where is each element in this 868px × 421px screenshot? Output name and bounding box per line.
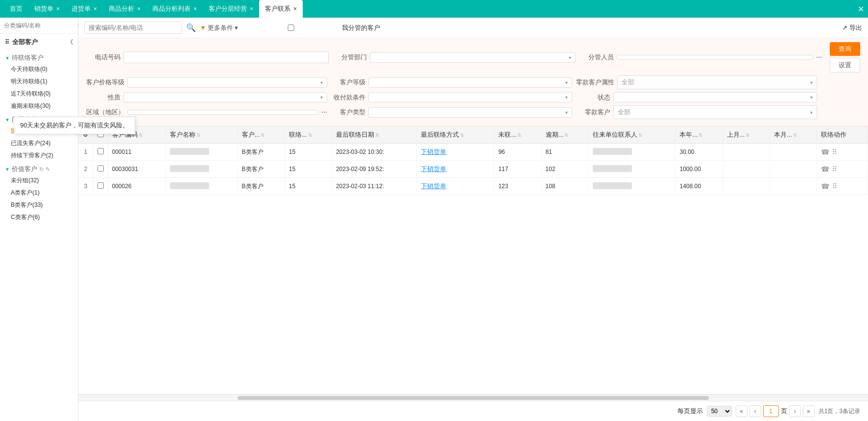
th-last-contact-method[interactable]: 最后联络方式⇅ (417, 126, 494, 144)
sidebar-item[interactable]: 逾期未联络(30) (0, 100, 78, 112)
td-checkbox[interactable] (93, 178, 108, 195)
contact-method-link[interactable]: 下销货单 (421, 165, 446, 173)
td-last-contact-method[interactable]: 下销货单 (417, 161, 494, 178)
horizontal-scrollbar[interactable] (78, 394, 868, 401)
sidebar-item[interactable]: 已流失客户(24) (0, 137, 78, 149)
filter-icon: ▼ (200, 24, 206, 31)
sidebar-item[interactable]: 今天待联络(0) (0, 63, 78, 75)
contact-action-icon[interactable]: ☎ (821, 165, 829, 173)
td-last-contact-method[interactable]: 下销货单 (417, 144, 494, 161)
th-this-year[interactable]: 本年...⇅ (675, 126, 723, 144)
query-button[interactable]: 查询 (830, 42, 860, 56)
edit-icon[interactable]: ✎ (46, 166, 50, 173)
zero-customer-select[interactable]: 全部 ▾ (613, 105, 817, 119)
current-page-input[interactable] (763, 405, 779, 417)
sidebar-item[interactable]: 持续下滑客户(2) (0, 149, 78, 162)
phone-input[interactable] (123, 51, 329, 63)
th-last-month[interactable]: 上月...⇅ (723, 126, 770, 144)
customer-level-select[interactable]: ▾ (368, 77, 572, 88)
sidebar-search-input[interactable] (4, 22, 77, 29)
sidebar-group-价值客户[interactable]: ▼价值客户↻✎ (0, 162, 78, 174)
sidebar-item[interactable]: 近7天待联络(0) (0, 88, 78, 100)
sidebar-item[interactable]: A类客户(1) (0, 187, 78, 199)
th-customer-name[interactable]: 客户名称⇅ (166, 126, 238, 144)
region-select[interactable] (127, 110, 318, 115)
manager-select[interactable] (617, 55, 814, 60)
my-customers-checkbox[interactable]: 我分管的客户 (242, 24, 380, 32)
export-button[interactable]: ↗ 导出 (842, 24, 862, 32)
status-select[interactable]: ▾ (613, 92, 817, 102)
last-page-button[interactable]: » (803, 405, 815, 417)
sidebar-item[interactable]: 明天待联络(1) (0, 75, 78, 88)
prev-page-button[interactable]: ‹ (749, 405, 761, 417)
export-label: 导出 (849, 24, 862, 32)
more-conditions-button[interactable]: ▼ 更多条件 ▾ (200, 24, 238, 32)
sidebar-search-bar[interactable]: 🔍 (0, 18, 78, 34)
row-checkbox[interactable] (97, 182, 104, 189)
nav-tab-客户联系[interactable]: 客户联系× (259, 0, 303, 18)
customer-type-select[interactable]: ▾ (368, 107, 572, 118)
sidebar-item[interactable]: 未分组(32) (0, 174, 78, 187)
th-this-year-label: 本年... (679, 131, 698, 138)
nav-tab-商品分析列表[interactable]: 商品分析列表× (146, 0, 203, 18)
row-checkbox[interactable] (97, 148, 104, 154)
more-action-icon[interactable]: ⠿ (832, 148, 837, 156)
row-checkbox[interactable] (97, 165, 104, 172)
close-tab-icon[interactable]: × (293, 5, 297, 12)
next-page-button[interactable]: › (789, 405, 801, 417)
close-tab-icon[interactable]: × (94, 5, 97, 12)
unit-contact-blurred (593, 182, 632, 189)
dept-select[interactable]: ▾ (370, 52, 575, 63)
close-tab-icon[interactable]: × (56, 5, 60, 12)
nav-home[interactable]: 首页 (4, 4, 28, 13)
tooltip-box: 90天未交易的客户，可能有流失风险。 (14, 117, 135, 134)
gender-select[interactable]: ▾ (123, 92, 327, 102)
th-overdue[interactable]: 逾期...⇅ (541, 126, 588, 144)
contact-method-link[interactable]: 下销货单 (421, 182, 446, 190)
payment-label: 收付款条件 (331, 93, 365, 102)
th-customer-type[interactable]: 客户...⇅ (238, 126, 285, 144)
per-page-select[interactable]: 50 20 100 (707, 406, 732, 417)
more-action-icon[interactable]: ⠿ (832, 182, 837, 190)
sidebar-group-待联络客户[interactable]: ▼待联络客户 (0, 50, 78, 63)
sidebar-item[interactable]: C类客户(6) (0, 211, 78, 223)
td-last-contact-method[interactable]: 下销货单 (417, 178, 494, 195)
close-tab-icon[interactable]: × (250, 5, 253, 12)
td-checkbox[interactable] (93, 161, 108, 178)
zero-attr-select[interactable]: 全部 ▾ (617, 75, 817, 89)
settings-button[interactable]: 设置 (830, 58, 860, 73)
nav-tab-销货单[interactable]: 销货单× (28, 0, 66, 18)
status-chevron-icon: ▾ (810, 95, 813, 100)
close-all-icon[interactable]: ✕ (858, 4, 864, 14)
sidebar-item[interactable]: B类客户(33) (0, 199, 78, 211)
first-page-button[interactable]: « (736, 405, 747, 417)
nav-tab-商品分析[interactable]: 商品分析× (103, 0, 146, 18)
th-unit-contact[interactable]: 往来单位联系人⇅ (588, 126, 675, 144)
search-button[interactable]: 🔍 (186, 23, 196, 32)
td-no-contact: 123 (494, 178, 541, 195)
price-level-select[interactable]: ▾ (127, 77, 327, 88)
td-code: 00030031 (108, 161, 166, 178)
region-more-icon[interactable]: ··· (321, 108, 327, 116)
sort-icon-date: ⇅ (375, 132, 379, 138)
contact-action-icon[interactable]: ☎ (821, 148, 829, 156)
all-customers-item[interactable]: ⠿ 全部客户 《 (0, 34, 78, 50)
my-customers-check[interactable] (242, 25, 340, 31)
th-contact[interactable]: 联络...⇅ (285, 126, 332, 144)
close-tab-icon[interactable]: × (137, 5, 141, 12)
filter-more-icon[interactable]: ··· (816, 53, 822, 61)
contact-action-icon[interactable]: ☎ (821, 182, 829, 190)
contact-method-link[interactable]: 下销货单 (421, 148, 446, 155)
th-last-contact-date[interactable]: 最后联络日期⇅ (332, 126, 416, 144)
close-tab-icon[interactable]: × (193, 5, 197, 12)
td-checkbox[interactable] (93, 144, 108, 161)
more-action-icon[interactable]: ⠿ (832, 165, 837, 173)
th-no-contact[interactable]: 未联...⇅ (494, 126, 541, 144)
refresh-icon[interactable]: ↻ (39, 166, 44, 173)
nav-tab-客户分层经营[interactable]: 客户分层经营× (203, 0, 259, 18)
payment-select[interactable]: ▾ (368, 92, 572, 102)
search-input[interactable] (84, 22, 182, 34)
th-this-month[interactable]: 本月...⇅ (770, 126, 817, 144)
scrollbar-thumb[interactable] (238, 396, 709, 400)
nav-tab-进货单[interactable]: 进货单× (66, 0, 103, 18)
